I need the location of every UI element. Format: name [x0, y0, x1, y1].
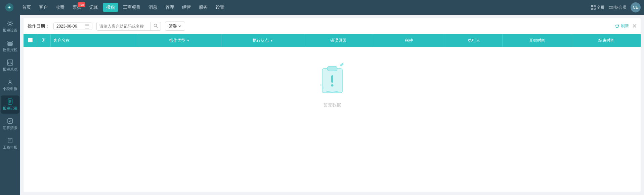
nav-bookkeeping[interactable]: 记账	[86, 3, 101, 12]
svg-rect-2	[591, 5, 593, 7]
vip-btn[interactable]: 畅会员	[609, 5, 627, 10]
nav-tax[interactable]: 报税	[103, 3, 118, 12]
svg-point-12	[9, 80, 11, 82]
filter-bar: 操作日期： 2023-06-06 筛选 刷新 ✕	[24, 18, 641, 34]
content-area: 操作日期： 2023-06-06 筛选 刷新 ✕	[20, 15, 644, 195]
svg-rect-4	[591, 8, 593, 9]
svg-rect-5	[594, 8, 595, 9]
search-input[interactable]	[97, 23, 151, 30]
nav-settings[interactable]: 设置	[212, 3, 228, 12]
sidebar-item-business-report[interactable]: 工商年报	[1, 134, 19, 153]
nav-fee[interactable]: 收费	[52, 3, 68, 12]
sidebar-item-tax-overview[interactable]: 报税总览	[1, 56, 19, 75]
empty-state: 暂无数据	[24, 47, 641, 122]
th-client-name: 客户名称	[50, 34, 138, 47]
svg-rect-3	[594, 5, 595, 7]
nav-invoice[interactable]: 票据 new	[69, 3, 85, 12]
chevron-down-icon	[178, 25, 181, 28]
filter-button[interactable]: 筛选	[165, 22, 185, 31]
nav-service[interactable]: 服务	[196, 3, 211, 12]
th-checkbox[interactable]	[24, 34, 37, 47]
svg-rect-20	[327, 66, 337, 71]
table-wrap: 客户名称 操作类型 ▼ 执行状态 ▼ 错误原因 税种 执行人 开始时间 结束时间	[24, 34, 641, 192]
close-button[interactable]: ✕	[632, 23, 637, 29]
nav-client[interactable]: 客户	[36, 3, 51, 12]
search-wrap	[96, 22, 161, 31]
calendar-icon	[85, 24, 89, 29]
svg-rect-14	[8, 119, 12, 123]
sidebar-item-tax-settings[interactable]: 报税设置	[1, 17, 19, 36]
svg-rect-15	[8, 138, 12, 143]
th-operation-type[interactable]: 操作类型 ▼	[138, 34, 221, 47]
svg-point-24	[320, 84, 321, 86]
sidebar-item-annual-settle[interactable]: 汇算清缴	[1, 115, 19, 133]
svg-point-18	[43, 39, 44, 41]
select-all-checkbox[interactable]	[28, 38, 33, 42]
svg-rect-10	[8, 44, 12, 45]
sidebar-item-tax-record[interactable]: 报税记录	[1, 95, 19, 114]
table-body: 暂无数据	[24, 47, 641, 122]
svg-point-1	[8, 6, 10, 8]
sort-icon-operation: ▼	[186, 39, 190, 42]
svg-point-23	[322, 86, 324, 89]
settings-icon	[41, 38, 46, 42]
sidebar-item-batch-tax[interactable]: 批量报税	[1, 37, 19, 55]
nav-operation[interactable]: 经营	[179, 3, 194, 12]
svg-rect-8	[8, 41, 12, 42]
search-icon	[154, 24, 158, 28]
svg-rect-16	[85, 25, 89, 28]
refresh-button[interactable]: 刷新	[615, 23, 629, 29]
svg-point-7	[9, 23, 11, 25]
date-label: 操作日期：	[28, 23, 49, 29]
search-button[interactable]	[151, 22, 161, 30]
nav-home[interactable]: 首页	[19, 3, 34, 12]
svg-point-22	[331, 84, 333, 87]
th-exec-status[interactable]: 执行状态 ▼	[221, 34, 305, 47]
nav-message[interactable]: 消息	[145, 3, 161, 12]
nav-items: 首页 客户 收费 票据 new 记账 报税 工商项目 消息 管理 经营 服务 设…	[19, 3, 591, 12]
date-picker[interactable]: 2023-06-06	[53, 23, 92, 30]
user-avatar[interactable]: CE	[631, 2, 641, 12]
sidebar: 报税设置 批量报税 报税总览 个税申报 报税记录 汇算清缴 工商年报	[0, 15, 20, 195]
svg-point-17	[154, 24, 157, 27]
top-nav-right: 全屏 畅会员 CE	[591, 2, 641, 12]
th-executor: 执行人	[446, 34, 502, 47]
th-start-time: 开始时间	[503, 34, 572, 47]
sidebar-item-personal-tax[interactable]: 个税申报	[1, 76, 19, 94]
nav-business[interactable]: 工商项目	[120, 3, 144, 12]
th-end-time: 结束时间	[572, 34, 641, 47]
table-header-row: 客户名称 操作类型 ▼ 执行状态 ▼ 错误原因 税种 执行人 开始时间 结束时间	[24, 34, 641, 47]
empty-icon	[315, 60, 349, 98]
svg-rect-9	[8, 43, 12, 44]
th-tax-type: 税种	[372, 34, 446, 47]
sort-icon-status: ▼	[270, 39, 273, 42]
main-layout: 报税设置 批量报税 报税总览 个税申报 报税记录 汇算清缴 工商年报	[0, 15, 644, 195]
data-table: 客户名称 操作类型 ▼ 执行状态 ▼ 错误原因 税种 执行人 开始时间 结束时间	[24, 34, 641, 122]
nav-manage[interactable]: 管理	[162, 3, 177, 12]
filter-bar-right: 刷新 ✕	[615, 23, 637, 29]
th-error-reason: 错误原因	[305, 34, 372, 47]
svg-rect-21	[331, 75, 333, 83]
new-badge: new	[78, 2, 85, 7]
refresh-icon	[615, 24, 619, 29]
logo[interactable]	[3, 1, 15, 13]
date-input[interactable]: 2023-06-06	[56, 24, 83, 29]
top-nav: 首页 客户 收费 票据 new 记账 报税 工商项目 消息 管理 经营 服务 设…	[0, 0, 644, 15]
fullscreen-btn[interactable]: 全屏	[591, 5, 605, 10]
th-settings[interactable]	[37, 34, 50, 47]
